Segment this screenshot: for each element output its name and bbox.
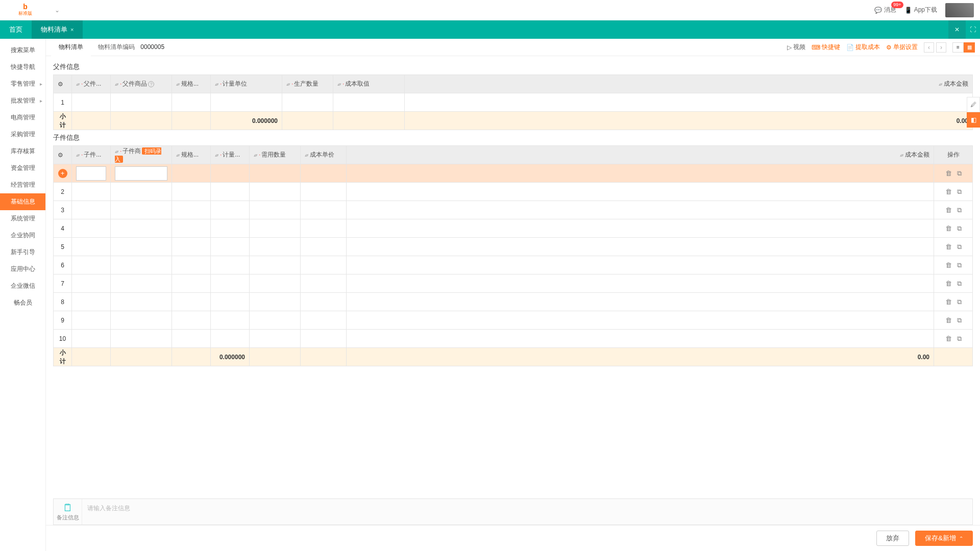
child-col-product[interactable]: ▴▾·子件商扫码录入 bbox=[111, 146, 172, 164]
tab-bom[interactable]: 物料清单 × bbox=[32, 20, 83, 39]
input-cell[interactable] bbox=[76, 166, 106, 181]
cell[interactable] bbox=[72, 256, 111, 274]
view-form[interactable]: ▦ bbox=[964, 42, 975, 53]
copy-icon[interactable]: ⧉ bbox=[957, 335, 962, 343]
cell[interactable] bbox=[211, 219, 250, 238]
sidebar-item[interactable]: 系统管理 bbox=[0, 210, 45, 227]
cell[interactable] bbox=[211, 238, 250, 256]
cell[interactable] bbox=[301, 311, 347, 330]
child-row[interactable]: 9🗑⧉ bbox=[54, 311, 973, 330]
float-action-button[interactable]: ◧ bbox=[967, 112, 980, 128]
tabs-close-button[interactable]: ✕ bbox=[948, 20, 966, 39]
messages-button[interactable]: 💬 消息 99+ bbox=[874, 6, 896, 14]
cell[interactable] bbox=[172, 274, 211, 293]
delete-icon[interactable]: 🗑 bbox=[945, 169, 952, 178]
delete-icon[interactable]: 🗑 bbox=[945, 280, 952, 288]
cell-editing[interactable] bbox=[111, 164, 172, 183]
child-row-editing[interactable]: + 🗑⧉ bbox=[54, 164, 973, 183]
sidebar-item[interactable]: 企业协同 bbox=[0, 227, 45, 244]
cell[interactable] bbox=[111, 201, 172, 219]
copy-icon[interactable]: ⧉ bbox=[957, 243, 962, 251]
fullscreen-icon[interactable]: ⛶ bbox=[966, 20, 980, 39]
cell[interactable] bbox=[72, 311, 111, 330]
delete-icon[interactable]: 🗑 bbox=[945, 206, 952, 214]
copy-icon[interactable]: ⧉ bbox=[957, 206, 962, 214]
cell[interactable] bbox=[347, 274, 934, 293]
cell[interactable] bbox=[250, 256, 301, 274]
child-row[interactable]: 10🗑⧉ bbox=[54, 330, 973, 348]
cell[interactable] bbox=[333, 93, 405, 112]
parent-col-code[interactable]: ▴▾·父件... bbox=[72, 75, 111, 93]
input-cell[interactable] bbox=[115, 166, 167, 181]
cell[interactable] bbox=[111, 183, 172, 201]
parent-row[interactable]: 1 bbox=[54, 93, 973, 112]
cell[interactable] bbox=[250, 164, 301, 183]
cell[interactable] bbox=[211, 256, 250, 274]
cell[interactable] bbox=[301, 201, 347, 219]
org-dropdown[interactable]: ⌄ bbox=[55, 7, 60, 14]
delete-icon[interactable]: 🗑 bbox=[945, 188, 952, 196]
sidebar-item[interactable]: 畅会员 bbox=[0, 294, 45, 311]
cell[interactable] bbox=[250, 183, 301, 201]
cell[interactable] bbox=[301, 238, 347, 256]
child-row[interactable]: 7🗑⧉ bbox=[54, 274, 973, 293]
cell[interactable] bbox=[301, 293, 347, 311]
parent-col-qty[interactable]: ▴▾·生产数量 bbox=[282, 75, 333, 93]
cell[interactable] bbox=[301, 183, 347, 201]
avatar[interactable] bbox=[945, 3, 974, 17]
cell[interactable] bbox=[111, 93, 172, 112]
cell[interactable] bbox=[301, 164, 347, 183]
cell[interactable] bbox=[250, 330, 301, 348]
cell[interactable] bbox=[172, 330, 211, 348]
child-col-amt[interactable]: ▴▾成本金额 bbox=[347, 146, 934, 164]
cell[interactable] bbox=[111, 256, 172, 274]
sidebar-item[interactable]: 库存核算 bbox=[0, 143, 45, 160]
cell[interactable] bbox=[347, 183, 934, 201]
copy-icon[interactable]: ⧉ bbox=[957, 316, 962, 324]
cell[interactable] bbox=[250, 274, 301, 293]
child-col-qty[interactable]: ▴▾·需用数量 bbox=[250, 146, 301, 164]
cell[interactable] bbox=[72, 219, 111, 238]
cell[interactable] bbox=[347, 219, 934, 238]
parent-col-spec[interactable]: ▴▾规格... bbox=[172, 75, 211, 93]
parent-col-unit[interactable]: ▴▾·计量单位 bbox=[211, 75, 282, 93]
sidebar-item[interactable]: 搜索菜单 bbox=[0, 42, 45, 59]
child-row[interactable]: 5🗑⧉ bbox=[54, 238, 973, 256]
cell[interactable] bbox=[72, 293, 111, 311]
delete-icon[interactable]: 🗑 bbox=[945, 298, 952, 306]
cell[interactable] bbox=[211, 164, 250, 183]
cell[interactable] bbox=[72, 93, 111, 112]
cell[interactable] bbox=[211, 330, 250, 348]
cell[interactable] bbox=[347, 201, 934, 219]
cell[interactable] bbox=[347, 311, 934, 330]
sidebar-item[interactable]: 企业微信 bbox=[0, 278, 45, 294]
child-col-gear[interactable]: ⚙ bbox=[54, 146, 72, 164]
save-and-new-button[interactable]: 保存&新增⌃ bbox=[915, 531, 973, 546]
cell[interactable] bbox=[111, 330, 172, 348]
delete-icon[interactable]: 🗑 bbox=[945, 316, 952, 324]
cell[interactable] bbox=[72, 274, 111, 293]
cell[interactable] bbox=[72, 238, 111, 256]
pager-next[interactable]: › bbox=[936, 42, 946, 53]
cell[interactable] bbox=[282, 93, 333, 112]
pager-prev[interactable]: ‹ bbox=[924, 42, 934, 53]
cell[interactable] bbox=[250, 219, 301, 238]
copy-icon[interactable]: ⧉ bbox=[957, 298, 962, 306]
add-row-button[interactable]: + bbox=[58, 169, 67, 178]
cell[interactable] bbox=[301, 274, 347, 293]
copy-icon[interactable]: ⧉ bbox=[957, 169, 962, 178]
sidebar-item[interactable]: 经营管理 bbox=[0, 177, 45, 193]
cell[interactable] bbox=[172, 238, 211, 256]
cell[interactable] bbox=[250, 238, 301, 256]
cell[interactable] bbox=[347, 256, 934, 274]
copy-icon[interactable]: ⧉ bbox=[957, 188, 962, 196]
doc-setting-link[interactable]: ⚙单据设置 bbox=[886, 43, 918, 52]
child-col-price[interactable]: ▴▾成本单价 bbox=[301, 146, 347, 164]
child-col-spec[interactable]: ▴▾规格... bbox=[172, 146, 211, 164]
remark-input[interactable]: 请输入备注信息 bbox=[82, 499, 972, 524]
sidebar-item[interactable]: 应用中心 bbox=[0, 261, 45, 278]
cell[interactable] bbox=[301, 330, 347, 348]
cell[interactable] bbox=[172, 164, 211, 183]
delete-icon[interactable]: 🗑 bbox=[945, 335, 952, 343]
delete-icon[interactable]: 🗑 bbox=[945, 224, 952, 233]
